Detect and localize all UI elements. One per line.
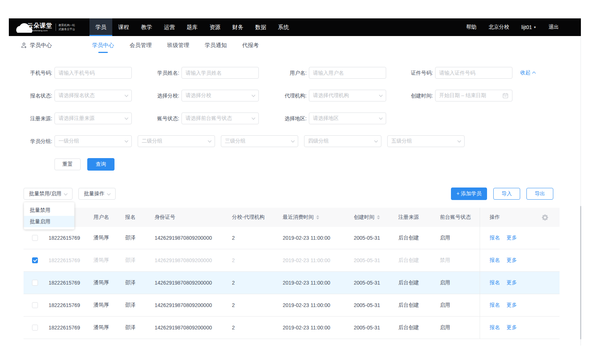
filter-select-group-level-1[interactable]: 一级分组: [54, 135, 132, 147]
add-student-button[interactable]: + 添加学员: [451, 188, 487, 200]
filter-label-region: 选择地区:: [278, 113, 307, 124]
action-more-link[interactable]: 更多: [507, 235, 517, 241]
tab-class-mgmt[interactable]: 班级管理: [167, 36, 189, 54]
cell-phone: 18222615769: [49, 325, 94, 331]
batch-operations-button[interactable]: 批量操作: [78, 188, 116, 200]
brand-logo[interactable]: 云朵课堂 yunduoketang.com 教育机构一站 式服务云平台: [9, 18, 89, 36]
search-button[interactable]: 查询: [87, 158, 114, 171]
value-branch: 2: [232, 302, 235, 308]
filter-input-id-number[interactable]: [435, 67, 512, 79]
sort-icon[interactable]: [377, 215, 380, 220]
chevron-down-icon: [208, 139, 212, 142]
value-username: 潘筠厚: [94, 302, 109, 308]
topnav-item-operation[interactable]: 运营: [158, 18, 181, 36]
topnav-item-resources[interactable]: 资源: [204, 18, 226, 36]
action-enroll-link[interactable]: 报名: [490, 302, 500, 308]
calendar-icon: [502, 93, 508, 99]
filter-input-username[interactable]: [309, 67, 386, 79]
header-col-front-status: 前台账号状态: [440, 214, 480, 221]
value-username: 潘筠厚: [94, 257, 109, 263]
table-row: 18222615769潘筠厚邵泽142629198708092000002201…: [24, 249, 560, 272]
filter-input-student-name[interactable]: [181, 67, 259, 79]
action-more-link[interactable]: 更多: [507, 279, 517, 286]
filter-select-group-level-5[interactable]: 五级分组: [387, 135, 465, 147]
cell-status: 启用: [440, 302, 480, 308]
filter-select-register-source[interactable]: 请选择注册来源: [54, 113, 132, 124]
row-checkbox[interactable]: [32, 302, 38, 308]
topnav-item-question-bank[interactable]: 题库: [181, 18, 204, 36]
filter-select-region[interactable]: 请选择地区: [309, 113, 386, 124]
topnav-item-teaching[interactable]: 教学: [135, 18, 158, 36]
filter-select-group-level-3[interactable]: 三级分组: [221, 135, 298, 147]
section-title-label: 学员中心: [30, 42, 52, 49]
action-more-link[interactable]: 更多: [507, 324, 517, 331]
value-enroll: 邵泽: [125, 235, 135, 240]
value-username: 潘筠厚: [94, 235, 109, 240]
cell-id_card: 14262919870809200000: [155, 302, 232, 308]
filter-label-create-time: 创建时间:: [404, 90, 433, 101]
row-checkbox[interactable]: [32, 325, 38, 331]
header-label-created: 创建时间: [354, 214, 398, 221]
cell-username: 潘筠厚: [94, 279, 125, 286]
sub-navbar: 学员中心 学员中心会员管理班级管理学员通知代报考: [9, 36, 581, 54]
action-enroll-link[interactable]: 报名: [490, 257, 500, 264]
cell-status: 启用: [440, 324, 480, 331]
reset-button[interactable]: 重置: [54, 158, 81, 170]
topnav-right-help[interactable]: 帮助: [466, 24, 476, 31]
batch-enable-disable-button[interactable]: 批量禁用/启用: [24, 188, 73, 200]
topnav-item-students[interactable]: 学员: [89, 18, 112, 36]
action-more-link[interactable]: 更多: [507, 302, 517, 308]
cell-branch: 2: [232, 257, 283, 263]
filter-select-branch[interactable]: 请选择分校: [181, 90, 259, 101]
action-enroll-link[interactable]: 报名: [490, 279, 500, 286]
tab-student-center[interactable]: 学员中心: [92, 36, 114, 54]
topnav-item-finance[interactable]: 财务: [226, 18, 249, 36]
logo-divider: [56, 24, 56, 31]
dropdown-item-批量启用[interactable]: 批量启用: [24, 216, 74, 227]
filter-field-create-time: 创建时间:开始日期 – 结束日期: [404, 90, 512, 101]
filter-select-group-level-4[interactable]: 四级分组: [304, 135, 381, 147]
gear-icon[interactable]: [542, 214, 548, 221]
row-checkbox[interactable]: [32, 257, 38, 263]
topnav-item-data[interactable]: 数据: [249, 18, 272, 36]
cell-phone: 18222615769: [49, 280, 94, 286]
topnav-right-user[interactable]: lijt01▼: [521, 24, 536, 30]
topnav-item-courses[interactable]: 课程: [112, 18, 135, 36]
topnav-right-logout[interactable]: 退出: [549, 24, 559, 31]
value-phone: 18222615769: [49, 257, 80, 263]
row-checkbox[interactable]: [32, 235, 38, 241]
filter-panel: 手机号码:学员姓名:用户名:证件号码:收起报名状态:请选择报名状态选择分校:请选…: [9, 54, 581, 171]
select-placeholder: 三级分组: [225, 138, 292, 144]
row-checkbox[interactable]: [32, 280, 38, 286]
topnav-item-system[interactable]: 系统: [272, 18, 295, 36]
action-more-link[interactable]: 更多: [507, 257, 517, 264]
filter-select-group-level-2[interactable]: 二级分组: [138, 135, 215, 147]
export-button[interactable]: 导出: [526, 188, 553, 200]
filter-daterange-create-time[interactable]: 开始日期 – 结束日期: [435, 90, 512, 101]
chevron-down-icon: [125, 93, 128, 97]
dropdown-item-批量禁用[interactable]: 批量禁用: [24, 204, 74, 216]
topnav-right-branch[interactable]: 北京分校: [489, 24, 509, 31]
header-label-enroll: 报名: [125, 214, 155, 221]
header-col-settings: [530, 208, 560, 227]
action-enroll-link[interactable]: 报名: [490, 324, 500, 331]
cell-last_consume: 2019-02-23 11:00:00: [283, 325, 354, 331]
filter-field-id-number: 证件号码:: [404, 67, 512, 79]
filter-select-enroll-status[interactable]: 请选择报名状态: [54, 90, 132, 101]
header-text-last-consume: 最近消费时间: [283, 214, 314, 221]
vertical-scrollbar[interactable]: [580, 206, 581, 339]
tab-student-notice[interactable]: 学员通知: [205, 36, 227, 54]
tab-member-mgmt[interactable]: 会员管理: [130, 36, 152, 54]
sort-icon[interactable]: [316, 215, 319, 220]
chevron-up-icon: [532, 72, 536, 75]
filter-input-phone[interactable]: [54, 67, 132, 79]
collapse-filters-link[interactable]: 收起: [520, 67, 535, 79]
action-enroll-link[interactable]: 报名: [490, 235, 500, 241]
tab-exam-agency[interactable]: 代报考: [242, 36, 259, 54]
import-button[interactable]: 导入: [493, 188, 520, 200]
cell-actions: 报名更多: [480, 272, 530, 294]
filter-select-agency[interactable]: 请选择代理机构: [309, 90, 386, 101]
brand-tagline: 教育机构一站 式服务云平台: [59, 23, 75, 32]
value-created: 2005-05-31: [354, 325, 380, 331]
filter-select-account-status[interactable]: 请选择前台账号状态: [181, 113, 259, 124]
